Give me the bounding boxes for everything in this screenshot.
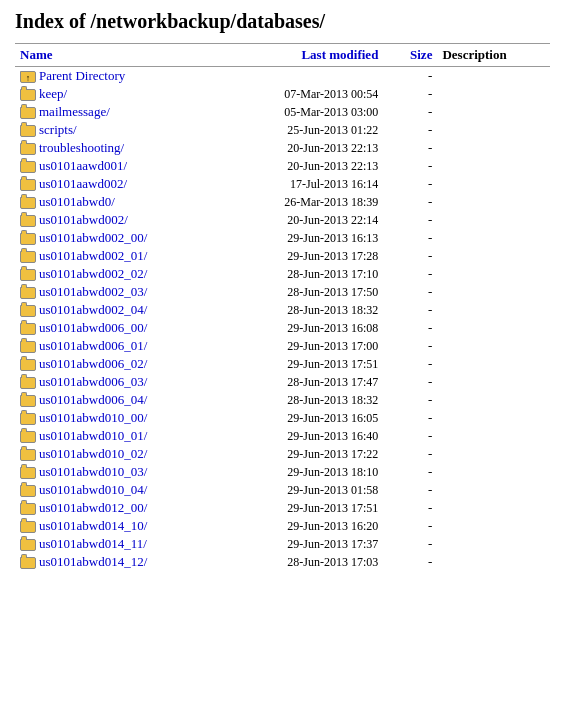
dir-link[interactable]: us0101abwd002_01/ [39,248,147,263]
file-desc-cell [437,355,550,373]
dir-link[interactable]: us0101abwd006_01/ [39,338,147,353]
file-modified-cell: 29-Jun-2013 17:51 [223,499,388,517]
table-row: us0101aawd001/20-Jun-2013 22:13- [15,157,550,175]
dir-link[interactable]: us0101abwd010_01/ [39,428,147,443]
file-modified-cell: 26-Mar-2013 18:39 [223,193,388,211]
file-size-cell: - [388,247,437,265]
folder-icon [20,107,36,119]
file-size-cell: - [388,517,437,535]
folder-icon [20,323,36,335]
dir-link[interactable]: us0101abwd012_00/ [39,500,147,515]
dir-link[interactable]: us0101abwd002_04/ [39,302,147,317]
dir-link[interactable]: us0101aawd002/ [39,176,127,191]
table-row: us0101abwd010_02/29-Jun-2013 17:22- [15,445,550,463]
file-size-cell: - [388,409,437,427]
folder-icon [20,557,36,569]
file-name-cell: us0101abwd006_03/ [15,373,223,391]
file-desc-cell [437,319,550,337]
file-name-cell: us0101abwd014_10/ [15,517,223,535]
dir-link[interactable]: troubleshooting/ [39,140,124,155]
dir-link[interactable]: mailmessage/ [39,104,110,119]
file-size-cell: - [388,499,437,517]
dir-link[interactable]: us0101abwd0/ [39,194,115,209]
table-row: us0101abwd006_01/29-Jun-2013 17:00- [15,337,550,355]
file-modified-cell: 07-Mar-2013 00:54 [223,85,388,103]
dir-link[interactable]: us0101abwd006_00/ [39,320,147,335]
table-row: us0101abwd002/20-Jun-2013 22:14- [15,211,550,229]
file-name-cell: us0101abwd0/ [15,193,223,211]
dir-link[interactable]: us0101abwd010_03/ [39,464,147,479]
table-row: us0101abwd006_04/28-Jun-2013 18:32- [15,391,550,409]
dir-link[interactable]: us0101abwd006_04/ [39,392,147,407]
file-size-cell: - [388,283,437,301]
table-row: us0101abwd014_10/29-Jun-2013 16:20- [15,517,550,535]
table-row: us0101abwd014_12/28-Jun-2013 17:03- [15,553,550,571]
file-size-cell: - [388,229,437,247]
file-size-cell: - [388,85,437,103]
dir-link[interactable]: us0101abwd014_10/ [39,518,147,533]
file-size-cell: - [388,301,437,319]
folder-icon [20,89,36,101]
file-modified-cell: 29-Jun-2013 17:00 [223,337,388,355]
file-modified-cell: 28-Jun-2013 17:50 [223,283,388,301]
file-modified-cell [223,67,388,86]
file-desc-cell [437,535,550,553]
folder-icon [20,431,36,443]
file-modified-cell: 17-Jul-2013 16:14 [223,175,388,193]
dir-link[interactable]: us0101abwd006_02/ [39,356,147,371]
dir-link[interactable]: us0101abwd010_00/ [39,410,147,425]
file-modified-cell: 29-Jun-2013 16:20 [223,517,388,535]
file-size-cell: - [388,157,437,175]
table-header-row: Name Last modified Size Description [15,44,550,67]
dir-link[interactable]: us0101abwd002_02/ [39,266,147,281]
file-modified-cell: 29-Jun-2013 16:40 [223,427,388,445]
file-size-cell: - [388,481,437,499]
folder-icon [20,377,36,389]
dir-link[interactable]: us0101abwd010_04/ [39,482,147,497]
dir-link[interactable]: scripts/ [39,122,77,137]
dir-link[interactable]: us0101abwd014_11/ [39,536,147,551]
col-header-name[interactable]: Name [15,44,223,67]
dir-link[interactable]: us0101aawd001/ [39,158,127,173]
file-modified-cell: 29-Jun-2013 17:51 [223,355,388,373]
file-name-cell: us0101abwd006_00/ [15,319,223,337]
folder-icon [20,395,36,407]
table-row: scripts/25-Jun-2013 01:22- [15,121,550,139]
file-desc-cell [437,373,550,391]
dir-link[interactable]: us0101abwd002/ [39,212,128,227]
parent-dir-link[interactable]: Parent Directory [39,68,125,83]
dir-link[interactable]: us0101abwd006_03/ [39,374,147,389]
dir-link[interactable]: us0101abwd014_12/ [39,554,147,569]
size-sort-link[interactable]: Size [410,47,432,62]
file-name-cell: mailmessage/ [15,103,223,121]
dir-link[interactable]: us0101abwd002_00/ [39,230,147,245]
table-row: us0101abwd006_02/29-Jun-2013 17:51- [15,355,550,373]
folder-icon [20,485,36,497]
folder-icon [20,413,36,425]
folder-icon [20,179,36,191]
file-name-cell: ↑Parent Directory [15,67,223,86]
name-sort-link[interactable]: Name [20,47,53,62]
dir-link[interactable]: us0101abwd010_02/ [39,446,147,461]
file-desc-cell [437,103,550,121]
file-modified-cell: 28-Jun-2013 18:32 [223,391,388,409]
col-header-modified[interactable]: Last modified [223,44,388,67]
col-header-size[interactable]: Size [388,44,437,67]
file-name-cell: us0101abwd010_01/ [15,427,223,445]
dir-link[interactable]: keep/ [39,86,67,101]
file-size-cell: - [388,391,437,409]
folder-icon [20,539,36,551]
file-modified-cell: 20-Jun-2013 22:13 [223,139,388,157]
table-row: us0101abwd002_03/28-Jun-2013 17:50- [15,283,550,301]
modified-sort-link[interactable]: Last modified [301,47,378,62]
file-name-cell: us0101abwd012_00/ [15,499,223,517]
file-name-cell: us0101abwd010_02/ [15,445,223,463]
table-row: us0101abwd002_02/28-Jun-2013 17:10- [15,265,550,283]
file-size-cell: - [388,355,437,373]
file-modified-cell: 28-Jun-2013 17:03 [223,553,388,571]
file-modified-cell: 29-Jun-2013 16:05 [223,409,388,427]
folder-icon [20,521,36,533]
dir-link[interactable]: us0101abwd002_03/ [39,284,147,299]
file-name-cell: us0101abwd002_01/ [15,247,223,265]
table-row: keep/07-Mar-2013 00:54- [15,85,550,103]
